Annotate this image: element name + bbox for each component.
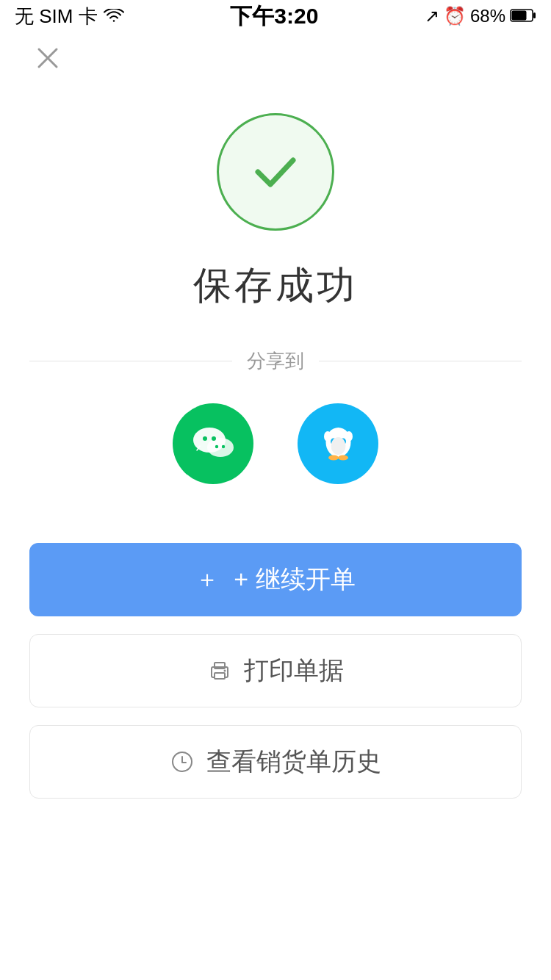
svg-point-21: [345, 431, 353, 442]
status-left: 无 SIM 卡: [15, 4, 124, 29]
svg-point-9: [215, 444, 217, 447]
printer-icon: [207, 658, 232, 683]
success-icon-container: [217, 113, 334, 231]
location-icon: ↗: [425, 6, 439, 26]
svg-point-10: [221, 444, 224, 447]
wechat-share-button[interactable]: [173, 403, 253, 484]
status-bar: 无 SIM 卡 下午3:20 ↗ ⏰ 68%: [0, 0, 551, 32]
battery-icon: [510, 6, 536, 26]
history-icon: [170, 749, 195, 774]
wifi-icon: [104, 9, 124, 24]
svg-point-23: [338, 455, 348, 460]
view-history-button[interactable]: 查看销货单历史: [29, 725, 522, 799]
print-receipt-button[interactable]: 打印单据: [29, 634, 522, 707]
svg-rect-2: [533, 12, 536, 18]
status-time: 下午3:20: [230, 1, 318, 32]
svg-point-22: [328, 455, 339, 460]
svg-point-27: [224, 670, 226, 672]
continue-order-label: + 继续开单: [234, 563, 355, 597]
svg-rect-1: [511, 11, 526, 21]
checkmark-icon: [246, 143, 305, 201]
share-icons-container: [29, 403, 522, 484]
divider-left: [29, 361, 232, 361]
view-history-label: 查看销货单历史: [206, 745, 381, 779]
alarm-icon: ⏰: [444, 6, 466, 26]
print-receipt-label: 打印单据: [244, 654, 344, 688]
svg-point-19: [331, 437, 345, 455]
svg-point-20: [324, 431, 331, 442]
svg-point-8: [212, 436, 216, 441]
svg-point-6: [207, 438, 234, 457]
svg-rect-26: [215, 673, 225, 679]
battery-percent: 68%: [470, 6, 505, 26]
plus-icon: ＋: [195, 563, 219, 596]
share-label: 分享到: [247, 348, 304, 374]
qq-share-button[interactable]: [298, 403, 378, 484]
status-right: ↗ ⏰ 68%: [425, 6, 536, 26]
no-sim-text: 无 SIM 卡: [15, 4, 98, 29]
close-button[interactable]: [29, 40, 66, 76]
divider-right: [319, 361, 522, 361]
action-buttons: ＋ + 继续开单 打印单据 查看销货单历: [0, 543, 551, 799]
continue-order-button[interactable]: ＋ + 继续开单: [29, 543, 522, 616]
share-section: 分享到: [0, 348, 551, 499]
success-title: 保存成功: [193, 260, 358, 311]
svg-point-7: [203, 436, 207, 441]
share-divider: 分享到: [29, 348, 522, 374]
main-content: 保存成功 分享到: [0, 32, 551, 799]
